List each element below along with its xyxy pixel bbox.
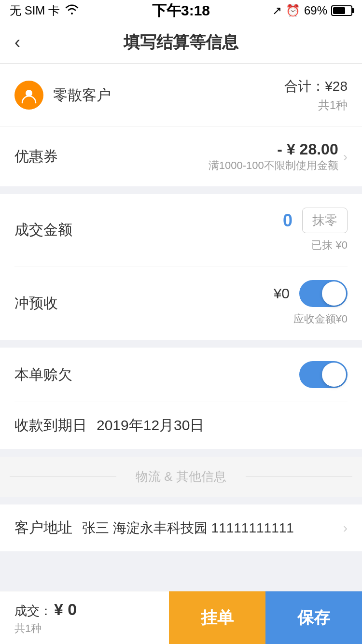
carrier-text: 无 SIM 卡 [10,3,60,18]
avatar [14,81,43,110]
coupon-row[interactable]: 优惠券 - ¥ 28.00 满1000-100不限制使用金额 › [0,126,362,186]
prepay-label: 冲预收 [14,294,58,313]
coupon-right: - ¥ 28.00 满1000-100不限制使用金额 › [209,140,348,173]
toggle-knob [322,281,346,306]
transaction-section: 成交金额 0 抹零 已抹 ¥0 冲预收 ¥0 [0,194,362,340]
due-date-row: 收款到期日 2019年12月30日 [14,402,348,449]
prepay-toggle[interactable] [299,280,348,307]
coupon-details: - ¥ 28.00 满1000-100不限制使用金额 [209,140,338,173]
debt-toggle[interactable] [299,361,348,388]
address-label: 客户地址 [14,518,72,538]
due-date-label: 收款到期日 [14,416,87,435]
debt-label: 本单赊欠 [14,365,72,385]
coupon-chevron-icon: › [343,149,348,165]
total-count: 共1种 [284,98,348,113]
address-section[interactable]: 客户地址 张三 海淀永丰科技园 11111111111 › [0,504,362,551]
wifi-icon [65,4,79,17]
customer-section: 零散客户 合计：¥28 共1种 优惠券 - ¥ 28.00 满1000-100不… [0,64,362,186]
prepay-amount: ¥0 [274,285,290,302]
amount-value: 0 [283,210,292,231]
nav-bar: ‹ 填写结算等信息 [0,21,362,64]
alarm-icon: ⏰ [286,4,300,17]
logistics-divider: 物流 & 其他信息 [0,457,362,497]
bottom-bar: 成交： ¥ 0 共1种 挂单 保存 [0,591,362,644]
customer-right: 合计：¥28 共1种 [284,77,348,113]
page-title: 填写结算等信息 [124,31,238,54]
bottom-info: 成交： ¥ 0 共1种 [0,600,169,636]
hang-button[interactable]: 挂单 [169,591,265,644]
status-right: ↗ ⏰ 69% [272,4,352,17]
status-left: 无 SIM 卡 [10,3,79,18]
customer-left: 零散客户 [14,81,111,110]
battery-percent: 69% [304,4,327,17]
address-value: 张三 海淀永丰科技园 11111111111 [82,519,338,537]
customer-row: 零散客户 合计：¥28 共1种 [0,64,362,126]
battery-icon [331,5,352,16]
debt-section: 本单赊欠 收款到期日 2019年12月30日 [0,348,362,449]
due-date-value: 2019年12月30日 [97,416,204,435]
amount-label: 成交金额 [14,220,72,240]
status-bar: 无 SIM 卡 下午3:18 ↗ ⏰ 69% [0,0,362,21]
amount-note: 已抹 ¥0 [311,238,348,252]
coupon-label: 优惠券 [14,147,58,167]
bottom-transaction-label: 成交： [14,602,52,619]
bottom-transaction-amount: ¥ 0 [54,600,77,619]
coupon-description: 满1000-100不限制使用金额 [209,158,338,173]
amount-right: 0 抹零 [283,208,348,233]
logistics-label: 物流 & 其他信息 [0,457,362,497]
save-button[interactable]: 保存 [265,591,362,644]
address-row[interactable]: 客户地址 张三 海淀永丰科技园 11111111111 › [0,504,362,551]
status-time: 下午3:18 [152,1,210,21]
prepay-row: 冲预收 ¥0 应收金额¥0 [14,266,348,340]
amount-row: 成交金额 0 抹零 已抹 ¥0 [14,194,348,266]
total-label: 合计：¥28 [284,77,348,96]
prepay-note: 应收金额¥0 [293,312,348,326]
customer-name: 零散客户 [53,85,111,105]
back-button[interactable]: ‹ [14,32,20,53]
bottom-count: 共1种 [14,621,154,636]
prepay-right: ¥0 [274,280,348,307]
debt-row: 本单赊欠 [14,348,348,402]
address-chevron-icon: › [343,520,348,536]
content: 零散客户 合计：¥28 共1种 优惠券 - ¥ 28.00 满1000-100不… [0,64,362,617]
debt-toggle-knob [322,363,346,387]
round-off-button[interactable]: 抹零 [302,208,348,233]
location-icon: ↗ [272,4,282,17]
coupon-discount: - ¥ 28.00 [277,140,338,158]
